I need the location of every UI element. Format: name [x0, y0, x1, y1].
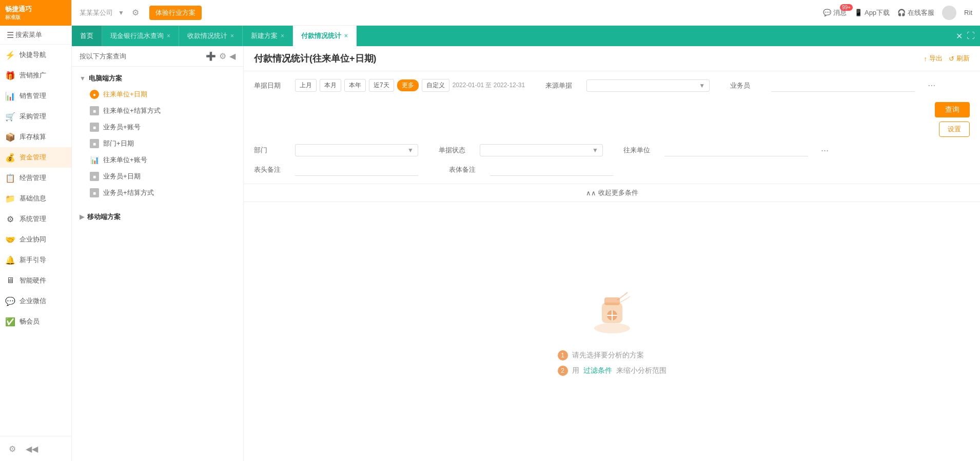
sidebar-item-guide[interactable]: 🔔 新手引导 [0, 250, 71, 270]
sidebar-item-operation[interactable]: 📋 经营管理 [0, 168, 71, 188]
app-download-button[interactable]: 📱 App下载 [854, 8, 890, 17]
page-title: 付款情况统计(往来单位+日期) [254, 52, 377, 65]
tab-home[interactable]: 首页 [72, 26, 102, 46]
refresh-icon: ↺ [949, 55, 954, 63]
sidebar-item-wechat[interactable]: 💬 企业微信 [0, 291, 71, 311]
doc-status-select[interactable]: ▼ [480, 144, 603, 156]
source-label: 来源单据 [545, 81, 576, 90]
pc-group-title[interactable]: ▼ 电脑端方案 [72, 71, 243, 86]
plan-item-unit-date[interactable]: ● 往来单位+日期 [72, 86, 243, 103]
tab-pay-stat[interactable]: 付款情况统计 × [293, 26, 357, 46]
trial-button[interactable]: 体验行业方案 [149, 6, 202, 20]
service-icon: 🎧 [897, 9, 906, 16]
settings-button[interactable]: 设置 [939, 122, 970, 137]
sidebar-item-finance[interactable]: 💰 资金管理 [0, 147, 71, 168]
tab-bank-close[interactable]: × [167, 32, 170, 39]
top-header: 某某某公司 ▼ ⚙ 体验行业方案 💬 消息 99+ 📱 App下载 🎧 在线客服… [72, 0, 980, 26]
stock-icon: 📦 [5, 132, 15, 142]
hardware-icon: 🖥 [5, 275, 15, 286]
body-note-input[interactable] [490, 164, 613, 176]
sidebar-settings-icon[interactable]: ⚙ [5, 442, 19, 456]
plan-item-unit-account[interactable]: 📊 往来单位+账号 [72, 152, 243, 168]
mobile-plan-group: ▶ 移动端方案 [72, 205, 243, 229]
company-dropdown-arrow[interactable]: ▼ [118, 9, 124, 16]
settings-plan-icon[interactable]: ⚙ [219, 51, 226, 61]
date-custom[interactable]: 自定义 [422, 79, 449, 92]
tab-bar: 首页 现金银行流水查询 × 收款情况统计 × 新建方案 × 付款情况统计 × ✕… [72, 26, 980, 46]
empty-icon-wrap [586, 287, 638, 340]
plan-item-staff-settle[interactable]: ■ 业务员+结算方式 [72, 185, 243, 201]
plan-item-staff-account[interactable]: ■ 业务员+账号 [72, 119, 243, 135]
source-select[interactable]: ▼ [586, 79, 710, 92]
sidebar-item-member[interactable]: ✅ 畅会员 [0, 311, 71, 332]
tab-expand-icon[interactable]: ⛶ [967, 31, 975, 41]
page-title-bar: 付款情况统计(往来单位+日期) ↑ 导出 ↺ 刷新 [244, 46, 980, 71]
date-this-year[interactable]: 本年 [344, 79, 366, 92]
tab-receive-close[interactable]: × [230, 32, 234, 39]
mobile-group-title[interactable]: ▶ 移动端方案 [72, 209, 243, 225]
collapse-bar: ∧∧ 收起更多条件 [244, 184, 980, 202]
filter-row-2: 部门 ▼ 单据状态 ▼ 往来单位 ··· [254, 144, 970, 156]
sidebar-item-basic[interactable]: 📁 基础信息 [0, 188, 71, 209]
collapse-up-icon: ∧∧ [586, 189, 596, 197]
sidebar-item-system[interactable]: ⚙ 系统管理 [0, 209, 71, 229]
source-select-arrow: ▼ [699, 82, 705, 89]
sidebar-item-enterprise[interactable]: 🤝 企业协同 [0, 229, 71, 250]
sidebar-item-stock[interactable]: 📦 库存核算 [0, 127, 71, 147]
sidebar-item-quick-nav[interactable]: ⚡ 快捷导航 [0, 45, 71, 65]
message-button[interactable]: 💬 消息 99+ [823, 8, 847, 17]
collapse-more-label: 收起更多条件 [598, 188, 638, 197]
enterprise-icon: 🤝 [5, 234, 15, 245]
tab-home-label: 首页 [80, 31, 93, 41]
export-icon: ↑ [924, 55, 928, 63]
header-right-area: 💬 消息 99+ 📱 App下载 🎧 在线客服 Rit [823, 6, 972, 20]
plan-item-unit-settle[interactable]: ■ 往来单位+结算方式 [72, 103, 243, 119]
basic-icon: 📁 [5, 193, 15, 204]
sidebar-item-search[interactable]: ☰ 搜索菜单 [0, 26, 71, 45]
page-title-actions: ↑ 导出 ↺ 刷新 [924, 54, 970, 63]
sidebar-item-purchase[interactable]: 🛒 采购管理 [0, 106, 71, 127]
sidebar-collapse-icon[interactable]: ◀◀ [25, 442, 39, 456]
tab-pay-stat-close[interactable]: × [344, 32, 348, 39]
tab-bank[interactable]: 现金银行流水查询 × [102, 26, 179, 46]
staff-dots[interactable]: ··· [928, 80, 935, 91]
svg-point-0 [594, 323, 630, 333]
mobile-group-label: 移动端方案 [87, 212, 121, 222]
collapse-panel-icon[interactable]: ◀ [229, 51, 236, 61]
left-panel-title: 按以下方案查询 [80, 52, 126, 61]
unit-settle-icon: ■ [90, 106, 99, 115]
sidebar-item-hardware[interactable]: 🖥 智能硬件 [0, 270, 71, 291]
add-plan-icon[interactable]: ➕ [206, 51, 216, 61]
date-last-month[interactable]: 上月 [295, 79, 317, 92]
filter-row-3: 表头备注 表体备注 [254, 164, 970, 176]
sidebar-item-sales[interactable]: 📊 销售管理 [0, 86, 71, 106]
refresh-button[interactable]: ↺ 刷新 [949, 54, 970, 63]
unit-dots[interactable]: ··· [821, 145, 829, 156]
online-service-button[interactable]: 🎧 在线客服 [897, 8, 934, 17]
header-gear-icon[interactable]: ⚙ [132, 8, 139, 17]
query-button[interactable]: 查询 [935, 102, 970, 117]
unit-input[interactable] [664, 144, 808, 156]
filter-condition-link[interactable]: 过滤条件 [583, 366, 612, 375]
avatar[interactable] [942, 6, 956, 20]
tab-new-plan[interactable]: 新建方案 × [243, 26, 293, 46]
tab-new-plan-label: 新建方案 [251, 31, 278, 41]
tab-receive[interactable]: 收款情况统计 × [179, 26, 243, 46]
staff-input[interactable] [771, 79, 915, 92]
header-note-input[interactable] [295, 164, 418, 176]
plan-item-dept-date[interactable]: ■ 部门+日期 [72, 135, 243, 152]
tab-new-plan-close[interactable]: × [281, 32, 284, 39]
sidebar-item-marketing[interactable]: 🎁 营销推广 [0, 65, 71, 86]
date-more[interactable]: 更多 [397, 79, 419, 91]
export-button[interactable]: ↑ 导出 [924, 54, 943, 63]
header-note-label: 表头备注 [254, 165, 285, 174]
date-7days[interactable]: 近7天 [369, 79, 394, 92]
date-label: 单据日期 [254, 81, 285, 90]
tab-close-all-icon[interactable]: ✕ [956, 31, 963, 41]
dept-select[interactable]: ▼ [295, 144, 418, 156]
date-this-month[interactable]: 本月 [320, 79, 341, 92]
tip-prefix-2: 用 [572, 366, 579, 375]
collapse-more-button[interactable]: ∧∧ 收起更多条件 [586, 188, 638, 197]
filter-actions: 查询 设置 [935, 102, 970, 137]
plan-item-staff-date[interactable]: ■ 业务员+日期 [72, 168, 243, 185]
